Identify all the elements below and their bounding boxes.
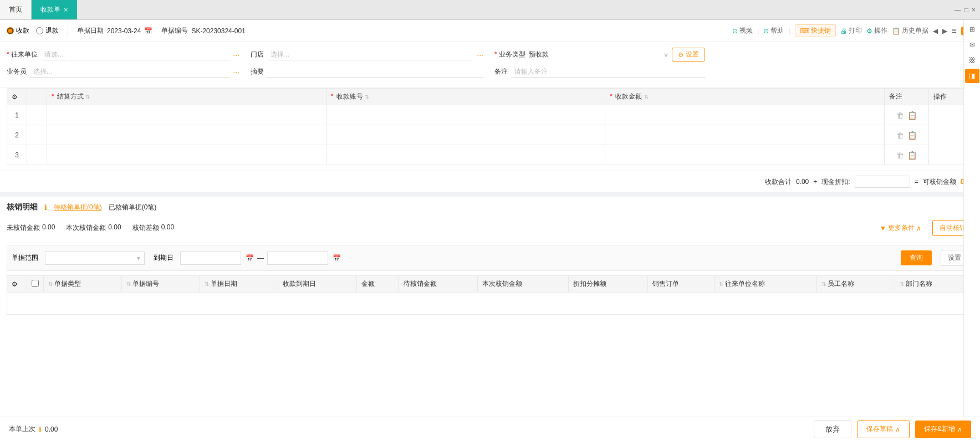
- window-minimize[interactable]: —: [955, 6, 961, 14]
- sidebar-camera-btn[interactable]: ◨: [965, 69, 979, 83]
- delete-row-2-icon[interactable]: 🗑: [896, 131, 904, 140]
- query-btn[interactable]: 查询: [901, 250, 932, 265]
- shortcut-btn[interactable]: ⌨ 快捷键: [795, 24, 836, 37]
- sort-type-icon[interactable]: ⇅: [48, 281, 53, 287]
- business-type-dropdown[interactable]: ∨: [663, 51, 668, 59]
- more-filter-btn[interactable]: ▼ 更多条件 ∧: [880, 223, 921, 233]
- done-tab[interactable]: 已核销单据(0笔): [109, 203, 157, 212]
- sort-date-icon[interactable]: ⇅: [205, 281, 209, 287]
- summary-input[interactable]: [267, 66, 483, 78]
- prev-info-icon[interactable]: ℹ: [39, 425, 42, 433]
- settings-button[interactable]: ⚙ 设置: [672, 48, 705, 61]
- td-settlement-3[interactable]: [27, 145, 47, 165]
- delete-row-3-icon[interactable]: 🗑: [896, 151, 904, 160]
- form-row-1: * 往来单位 ··· 门店 ··· * 业务类型 预收款 ∨ ⚙: [7, 48, 973, 61]
- td-amount-2[interactable]: [326, 125, 605, 145]
- range-select[interactable]: [45, 252, 145, 265]
- layout-icon[interactable]: ≡: [952, 26, 957, 36]
- td-actions-3: 🗑 📋: [885, 145, 929, 165]
- calendar-end-icon[interactable]: 📅: [333, 254, 341, 262]
- staff-input[interactable]: [30, 66, 229, 78]
- veri-th-amount: 金额: [357, 276, 399, 293]
- nav-prev[interactable]: ◀: [933, 27, 938, 35]
- tab-home[interactable]: 首页: [0, 0, 32, 19]
- delete-row-1-icon[interactable]: 🗑: [896, 111, 904, 120]
- calendar-start-icon[interactable]: 📅: [246, 254, 254, 262]
- current-verify-amount: 本次核销金额 0.00: [66, 223, 121, 233]
- tab-receipt[interactable]: 收款单 ×: [32, 0, 77, 19]
- veri-th-settings[interactable]: ⚙: [7, 276, 27, 293]
- counterpart-input[interactable]: [41, 49, 229, 60]
- td-row-num-2: 2: [7, 125, 27, 145]
- sort-staff-icon[interactable]: ⇅: [821, 281, 826, 287]
- abandon-btn[interactable]: 放弃: [814, 421, 851, 438]
- remark-input[interactable]: [511, 66, 705, 78]
- td-account-2[interactable]: [47, 125, 326, 145]
- more-filter-label: 更多条件: [888, 223, 915, 233]
- td-remark-1[interactable]: [605, 105, 885, 125]
- due-date-start-input[interactable]: 2022-04-01: [180, 252, 241, 265]
- history-icon: 📋: [892, 27, 900, 35]
- current-value: 0.00: [108, 223, 121, 233]
- verification-info-icon[interactable]: ℹ: [44, 203, 47, 212]
- radio-return[interactable]: 退款: [36, 26, 59, 35]
- radio-receive-input[interactable]: [7, 27, 14, 34]
- shop-more-btn[interactable]: ···: [477, 50, 483, 59]
- operation-btn[interactable]: ⚙ 操作: [866, 26, 887, 35]
- due-date-field: 到期日 2022-04-01 📅 — 2022-04-12 📅: [154, 252, 341, 265]
- save-draft-chevron: ∧: [895, 425, 900, 433]
- sort-partner-icon[interactable]: ⇅: [719, 281, 723, 287]
- sort-account[interactable]: ⇅: [365, 94, 369, 100]
- print-btn[interactable]: 🖨 打印: [840, 26, 862, 35]
- history-btn[interactable]: 📋 历史单据: [892, 26, 928, 35]
- sort-amount[interactable]: ⇅: [644, 94, 649, 100]
- td-settlement-1[interactable]: [27, 105, 47, 125]
- select-all-checkbox[interactable]: [32, 280, 39, 287]
- window-close[interactable]: ×: [972, 6, 976, 14]
- td-amount-3[interactable]: [326, 145, 605, 165]
- discount-input[interactable]: [855, 176, 910, 188]
- th-remark: 备注: [885, 89, 929, 105]
- save-draft-label: 保存草稿: [866, 424, 893, 434]
- staff-more-btn[interactable]: ···: [233, 68, 239, 76]
- save-draft-btn[interactable]: 保存草稿 ∧: [857, 421, 910, 438]
- help-btn[interactable]: ⊙ 帮助: [763, 26, 784, 35]
- td-actions-2: 🗑 📋: [885, 125, 929, 145]
- sort-billno-icon[interactable]: ⇅: [126, 281, 131, 287]
- range-label: 单据范围: [12, 253, 38, 263]
- window-maximize[interactable]: □: [964, 6, 968, 14]
- summary-field: 摘要: [251, 66, 483, 78]
- counterpart-more-btn[interactable]: ···: [233, 50, 239, 59]
- save-new-btn[interactable]: 保存&新增 ∧: [915, 421, 971, 438]
- copy-row-1-icon[interactable]: 📋: [907, 111, 917, 120]
- copy-row-2-icon[interactable]: 📋: [907, 131, 917, 140]
- verification-section: 核销明细 ℹ 待核销单据(0笔) 已核销单据(0笔) 未核销金额 0.00 本次…: [0, 197, 980, 320]
- nav-next[interactable]: ▶: [942, 27, 947, 35]
- td-remark-3[interactable]: [605, 145, 885, 165]
- radio-return-input[interactable]: [36, 27, 43, 34]
- tab-close-icon[interactable]: ×: [64, 6, 68, 14]
- sort-settlement[interactable]: ⇅: [85, 94, 90, 100]
- bottom-spacer: [0, 320, 980, 348]
- copy-row-3-icon[interactable]: 📋: [907, 151, 917, 160]
- td-settlement-2[interactable]: [27, 125, 47, 145]
- veri-th-staff: ⇅ 员工名称: [816, 276, 895, 293]
- th-settings[interactable]: ⚙: [7, 89, 27, 105]
- sidebar-table-btn[interactable]: ⊞: [965, 22, 979, 37]
- radio-receive[interactable]: 收款: [7, 26, 29, 35]
- equal-label: =: [915, 178, 918, 186]
- video-btn[interactable]: ⊙ 视频: [732, 26, 753, 35]
- pending-tab[interactable]: 待核销单据(0笔): [54, 203, 102, 212]
- due-date-end-input[interactable]: 2022-04-12: [267, 252, 328, 265]
- sidebar-email-btn[interactable]: ✉: [965, 38, 979, 52]
- calendar-icon[interactable]: 📅: [144, 27, 152, 35]
- sidebar-link-btn[interactable]: ⛓: [965, 53, 979, 68]
- date-label: 单据日期: [77, 26, 104, 35]
- shop-input[interactable]: [267, 49, 473, 60]
- td-account-1[interactable]: [47, 105, 326, 125]
- td-amount-1[interactable]: [326, 105, 605, 125]
- td-account-3[interactable]: [47, 145, 326, 165]
- sort-dept-icon[interactable]: ⇅: [900, 281, 904, 287]
- business-type-label: * 业务类型: [494, 50, 525, 59]
- td-remark-2[interactable]: [605, 125, 885, 145]
